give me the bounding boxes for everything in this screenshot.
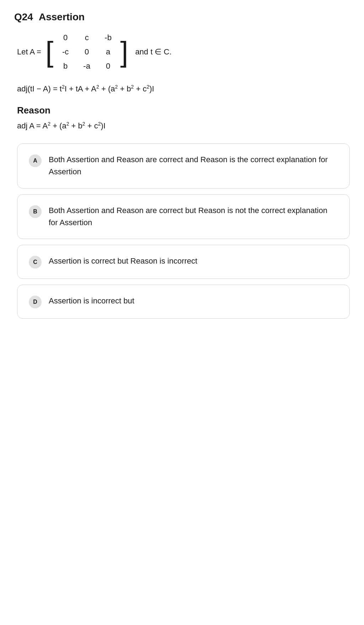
option-c-badge: C [29, 256, 42, 269]
matrix-cell-00: 0 [63, 33, 68, 42]
reason-title: Reason [17, 105, 350, 116]
option-d-text: Assertion is incorrect but [49, 295, 134, 307]
matrix-cell-12: a [106, 47, 110, 57]
matrix-row: Let A = [ 0 c -b -c 0 a b -a 0 ] and t ∈… [17, 31, 350, 73]
option-c-card[interactable]: C Assertion is correct but Reason is inc… [17, 245, 350, 279]
options-container: A Both Assertion and Reason are correct … [17, 143, 350, 318]
matrix-cell-20: b [63, 62, 68, 71]
matrix-cell-11: 0 [85, 47, 89, 57]
question-header: Q24 Assertion [14, 11, 350, 23]
option-b-text: Both Assertion and Reason are correct bu… [49, 205, 338, 229]
matrix-cell-01: c [85, 33, 89, 42]
option-a-badge: A [29, 154, 42, 167]
bracket-left: [ [46, 38, 53, 66]
matrix-cell-10: -c [62, 47, 69, 57]
matrix-cell-21: -a [83, 62, 90, 71]
option-b-badge: B [29, 205, 42, 218]
matrix-cell-22: 0 [106, 62, 110, 71]
matrix-cell-02: -b [105, 33, 112, 42]
question-body: Let A = [ 0 c -b -c 0 a b -a 0 ] and t ∈… [14, 31, 350, 319]
question-number: Q24 [14, 11, 33, 23]
option-a-card[interactable]: A Both Assertion and Reason are correct … [17, 143, 350, 188]
option-d-card[interactable]: D Assertion is incorrect but [17, 285, 350, 319]
matrix-grid: 0 c -b -c 0 a b -a 0 [55, 31, 119, 73]
reason-formula: adj A = A2 + (a2 + b2 + c2)I [17, 120, 350, 132]
matrix-container: [ 0 c -b -c 0 a b -a 0 ] [46, 31, 128, 73]
page-container: Q24 Assertion Let A = [ 0 c -b -c 0 a b … [0, 0, 364, 625]
bracket-right: ] [120, 38, 128, 66]
option-d-badge: D [29, 296, 42, 308]
and-t-text: and t ∈ C. [135, 47, 171, 57]
let-a-text: Let A = [17, 47, 41, 57]
option-a-text: Both Assertion and Reason are correct an… [49, 154, 338, 178]
assertion-formula: adj(tI − A) = t2I + tA + A2 + (a2 + b2 +… [17, 83, 350, 95]
option-b-card[interactable]: B Both Assertion and Reason are correct … [17, 194, 350, 239]
question-title: Assertion [39, 11, 85, 23]
option-c-text: Assertion is correct but Reason is incor… [49, 255, 197, 267]
